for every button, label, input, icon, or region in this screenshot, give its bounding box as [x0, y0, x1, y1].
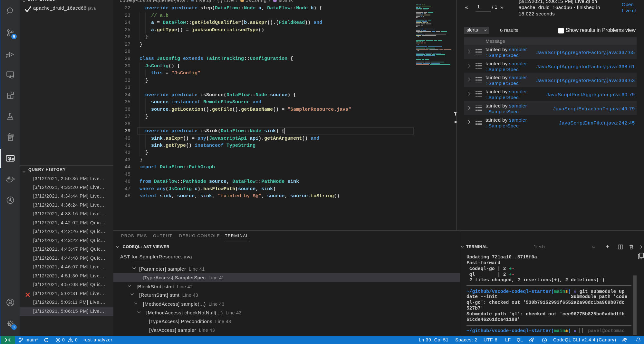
svg-text:QL▮: QL▮ [8, 157, 14, 161]
